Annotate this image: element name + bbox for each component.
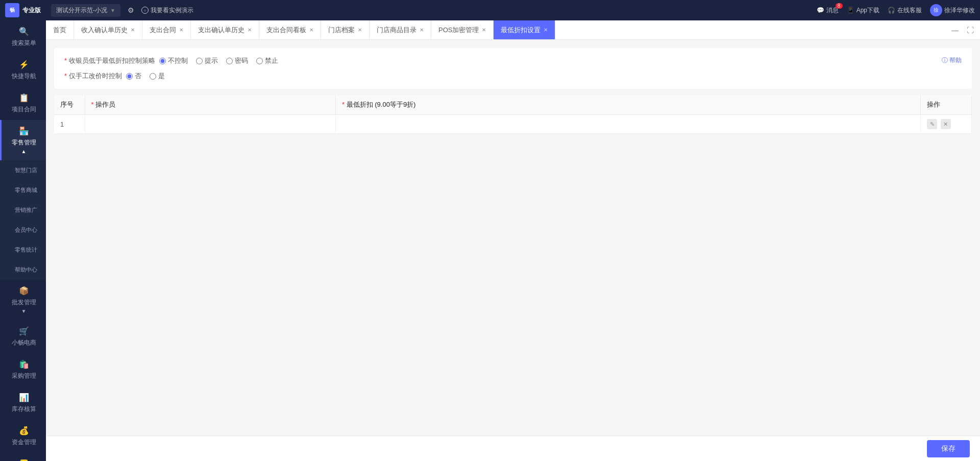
tab-pay-confirm-history[interactable]: 支出确认单历史 ✕ bbox=[191, 20, 259, 40]
table-header-row: 序号 * 操作员 * 最低折扣 (9.00等于9折) 操作 bbox=[54, 95, 972, 115]
demo-link[interactable]: ○ 我要看实例演示 bbox=[141, 6, 193, 15]
tab-income-history-label: 收入确认单历史 bbox=[81, 26, 128, 35]
tab-min-discount-close[interactable]: ✕ bbox=[544, 27, 548, 33]
sidebar-item-member[interactable]: 会员中心 bbox=[0, 220, 46, 240]
radio-remind-input[interactable] bbox=[196, 58, 203, 64]
tab-pos-encrypt-close[interactable]: ✕ bbox=[482, 27, 486, 33]
logo-icon: 畅 bbox=[5, 3, 19, 17]
sidebar-item-ledger[interactable]: 📒 总账管理 bbox=[0, 453, 46, 461]
sidebar-item-shortcut[interactable]: ⚡ 快捷导航 bbox=[0, 54, 46, 87]
tab-pos-encrypt-label: POS加密管理 bbox=[438, 26, 479, 35]
form-section: * 收银员低于最低折扣控制策略 不控制 提示 bbox=[54, 48, 972, 89]
demo-label: 我要看实例演示 bbox=[151, 6, 193, 15]
sidebar-label-search: 搜索菜单 bbox=[12, 39, 36, 47]
help-link[interactable]: ⓘ 帮助 bbox=[942, 56, 962, 65]
radio-password-input[interactable] bbox=[226, 58, 233, 64]
main-layout: 🔍 搜索菜单 ⚡ 快捷导航 📋 项目合同 🏪 零售管理 ▲ 智慧门店 零售商城 … bbox=[0, 20, 980, 461]
sidebar-item-smart-store[interactable]: 智慧门店 bbox=[0, 160, 46, 180]
message-badge: 8 bbox=[836, 3, 843, 9]
settings-icon[interactable]: ⚙ bbox=[126, 4, 136, 16]
manual-price-radio-group: 否 是 bbox=[126, 71, 165, 81]
tab-min-discount-label: 最低折扣设置 bbox=[501, 26, 541, 35]
required-star-1: * bbox=[64, 57, 67, 64]
radio-yes[interactable]: 是 bbox=[150, 71, 165, 81]
sidebar-item-inventory[interactable]: 📊 库存核算 bbox=[0, 386, 46, 420]
tab-minimize-icon[interactable]: — bbox=[949, 25, 961, 35]
project-icon: 📋 bbox=[19, 93, 29, 103]
sidebar-item-retail-mall[interactable]: 零售商城 bbox=[0, 180, 46, 200]
cell-actions: ✎ ✕ bbox=[921, 115, 972, 134]
page-content: * 收银员低于最低折扣控制策略 不控制 提示 bbox=[46, 40, 980, 435]
tab-income-history-close[interactable]: ✕ bbox=[131, 27, 135, 33]
tab-pos-encrypt[interactable]: POS加密管理 ✕ bbox=[431, 20, 494, 40]
save-button[interactable]: 保存 bbox=[927, 440, 970, 457]
sidebar-item-ecommerce[interactable]: 🛒 小畅电商 bbox=[0, 320, 46, 353]
tab-store-catalog-label: 门店商品目录 bbox=[377, 26, 416, 35]
radio-password[interactable]: 密码 bbox=[226, 56, 248, 65]
message-button[interactable]: 💬 消息 8 bbox=[817, 6, 839, 15]
app-download-label: App下载 bbox=[856, 6, 879, 15]
sidebar-item-search[interactable]: 🔍 搜索菜单 bbox=[0, 20, 46, 54]
sidebar-label-wholesale: 批发管理 bbox=[12, 298, 36, 307]
customer-service-button[interactable]: 🎧 在线客服 bbox=[888, 6, 922, 15]
customer-service-label: 在线客服 bbox=[897, 6, 922, 15]
sidebar-item-finance[interactable]: 💰 资金管理 bbox=[0, 420, 46, 453]
col-header-actions: 操作 bbox=[921, 95, 972, 115]
sidebar-item-marketing[interactable]: 营销推广 bbox=[0, 200, 46, 220]
tab-home[interactable]: 首页 bbox=[46, 20, 74, 40]
tab-pay-contract-close[interactable]: ✕ bbox=[179, 27, 183, 33]
sidebar-label-marketing: 营销推广 bbox=[15, 206, 37, 214]
radio-remind-label: 提示 bbox=[205, 56, 218, 65]
data-table: 序号 * 操作员 * 最低折扣 (9.00等于9折) 操作 bbox=[54, 95, 972, 134]
user-profile[interactable]: 徐 徐泽华修改 bbox=[930, 4, 975, 16]
table-row: 1 ✎ ✕ bbox=[54, 115, 972, 134]
edit-row-icon[interactable]: ✎ bbox=[927, 119, 937, 129]
tab-store-catalog[interactable]: 门店商品目录 ✕ bbox=[370, 20, 431, 40]
sidebar-item-help[interactable]: 帮助中心 bbox=[0, 260, 46, 280]
control-strategy-radio-group: 不控制 提示 密码 bbox=[159, 56, 278, 65]
sidebar-item-retail-stats[interactable]: 零售统计 bbox=[0, 240, 46, 260]
tab-min-discount[interactable]: 最低折扣设置 ✕ bbox=[494, 20, 555, 40]
tab-extra-controls: — ⛶ bbox=[945, 25, 980, 35]
sidebar-item-wholesale[interactable]: 📦 批发管理 ▼ bbox=[0, 280, 46, 320]
tab-store-file-close[interactable]: ✕ bbox=[358, 27, 362, 33]
tab-pay-board[interactable]: 支出合同看板 ✕ bbox=[259, 20, 321, 40]
delete-row-icon[interactable]: ✕ bbox=[941, 119, 951, 129]
sidebar-item-purchase[interactable]: 🛍️ 采购管理 bbox=[0, 353, 46, 386]
sidebar-item-project[interactable]: 📋 项目合同 bbox=[0, 87, 46, 120]
wholesale-icon: 📦 bbox=[19, 286, 29, 296]
tab-pay-board-close[interactable]: ✕ bbox=[309, 27, 313, 33]
tab-maximize-icon[interactable]: ⛶ bbox=[965, 25, 976, 35]
ecommerce-icon: 🛒 bbox=[19, 326, 29, 336]
radio-remind[interactable]: 提示 bbox=[196, 56, 218, 65]
tab-pay-contract[interactable]: 支出合同 ✕ bbox=[142, 20, 191, 40]
shortcut-icon: ⚡ bbox=[19, 60, 29, 69]
footer: 保存 bbox=[46, 435, 980, 461]
sidebar-label-project: 项目合同 bbox=[12, 105, 36, 114]
app-download-button[interactable]: 📱 App下载 bbox=[847, 6, 879, 15]
radio-no[interactable]: 否 bbox=[126, 71, 141, 81]
tab-store-file[interactable]: 门店档案 ✕ bbox=[321, 20, 370, 40]
cell-seq: 1 bbox=[54, 115, 85, 134]
tab-income-history[interactable]: 收入确认单历史 ✕ bbox=[74, 20, 142, 40]
wholesale-expand-icon: ▼ bbox=[21, 308, 27, 314]
tab-store-catalog-close[interactable]: ✕ bbox=[420, 27, 424, 33]
radio-no-control[interactable]: 不控制 bbox=[159, 56, 188, 65]
sidebar-item-retail[interactable]: 🏪 零售管理 ▲ bbox=[0, 120, 46, 160]
tab-pay-confirm-history-close[interactable]: ✕ bbox=[248, 27, 252, 33]
radio-yes-label: 是 bbox=[158, 71, 165, 81]
tab-bar: 首页 收入确认单历史 ✕ 支出合同 ✕ 支出确认单历史 ✕ 支出合同看板 ✕ 门… bbox=[46, 20, 980, 40]
download-icon: 📱 bbox=[847, 7, 854, 14]
radio-forbid-input[interactable] bbox=[256, 58, 263, 64]
radio-yes-input[interactable] bbox=[150, 73, 156, 80]
col-discount-required-star: * bbox=[342, 101, 345, 108]
ledger-icon: 📒 bbox=[19, 459, 29, 461]
sidebar-label-ecommerce: 小畅电商 bbox=[12, 338, 36, 347]
project-selector[interactable]: 测试分开示范-小况 ▼ bbox=[51, 4, 120, 17]
radio-forbid[interactable]: 禁止 bbox=[256, 56, 278, 65]
radio-no-input[interactable] bbox=[126, 73, 133, 80]
radio-no-control-input[interactable] bbox=[159, 58, 166, 64]
cell-min-discount bbox=[335, 115, 920, 134]
inventory-icon: 📊 bbox=[19, 393, 29, 402]
user-name: 徐泽华修改 bbox=[944, 6, 975, 15]
